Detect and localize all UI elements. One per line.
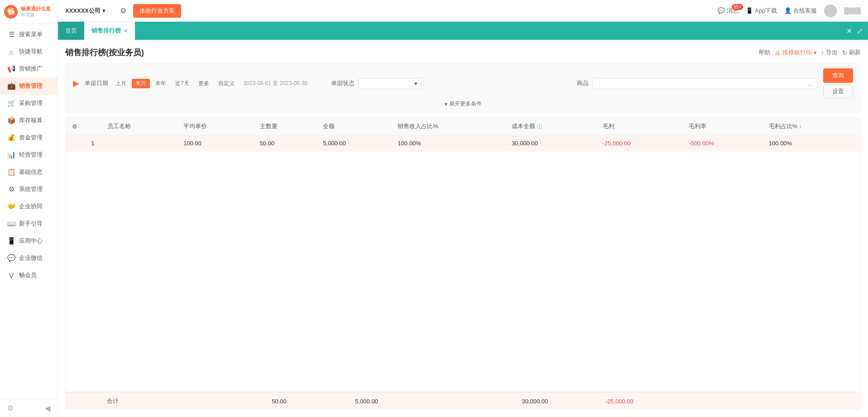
col-name: 员工名称 [102,118,178,135]
row-name [102,135,178,152]
sidebar-gear-icon[interactable]: ⚙ [7,404,14,412]
svg-text:畅: 畅 [7,8,14,15]
col-avg-price: 平均单价 [178,118,254,135]
expand-icon: ▾ [445,101,447,107]
table-body: 1 100.00 50.00 5,000.00 100.00% 30,000.0… [66,135,860,152]
topbar-right: 💬 消息 99+ 📱 App下载 👤 在线客服 ████ [718,5,861,17]
print-dropdown-icon: ▾ [814,49,817,56]
tabbar-close-icon[interactable]: ✕ [846,27,852,35]
tab-sales-ranking-label: 销售排行榜 [91,27,121,35]
topbar-divider [111,6,111,15]
export-label: 导出 [826,48,838,57]
sidebar-nav: ☰搜索菜单⌂快捷导航📢营销推广💼销售管理🛒采购管理📦库存核算💰资金管理📊经营管理… [0,24,58,399]
nav-label-3: 销售管理 [19,82,43,90]
row-gross-pct: 100.00% [763,135,860,152]
sidebar-item-3[interactable]: 💼销售管理 [0,77,58,95]
sidebar-item-2[interactable]: 📢营销推广 [0,60,58,77]
refresh-button[interactable]: ↻ 刷新 [842,48,861,57]
col-settings[interactable]: ⚙ [66,118,84,135]
row-amount: 5,000.00 [317,135,392,152]
nav-icon-3: 💼 [7,82,15,90]
expand-button[interactable]: ▾ 展开更多条件 [445,100,482,108]
nav-label-1: 快捷导航 [19,48,43,56]
sidebar-item-9[interactable]: ⚙系统管理 [0,181,58,198]
sidebar-item-14[interactable]: V畅会员 [0,267,58,284]
service-icon: 👤 [784,7,791,14]
goods-label: 商品 [577,79,589,87]
date-tab-this-month[interactable]: 本月 [132,79,150,88]
filter-bar: ▶ 单据日期 上月 本月 本年 近7天 更多 自定义 2023-06-01 至 … [65,63,861,113]
refresh-icon: ↻ [842,49,847,56]
sidebar-item-11[interactable]: 📖新手引导 [0,215,58,232]
trial-button[interactable]: 体验行业方案 [133,4,181,18]
sidebar-collapse-icon[interactable]: ◀ [45,404,50,412]
tab-close-icon[interactable]: ✕ [124,28,128,34]
goods-more-icon: … [808,80,814,87]
sidebar-logo: 畅 畅康通好生意 标准版 [0,0,58,24]
footer-label: 合计 [107,397,188,405]
app-download-button[interactable]: 📱 App下载 [746,7,777,15]
export-button[interactable]: ↑ 导出 [821,48,838,57]
nav-icon-7: 📊 [7,151,15,159]
col-gross-pct: 毛利占比% ↕ [763,118,860,135]
date-tab-last-month[interactable]: 上月 [112,79,130,88]
sidebar: 畅 畅康通好生意 标准版 ☰搜索菜单⌂快捷导航📢营销推广💼销售管理🛒采购管理📦库… [0,0,58,417]
col-gross-rate: 毛利率 [683,118,763,135]
sidebar-item-5[interactable]: 📦库存核算 [0,112,58,129]
query-button[interactable]: 查询 [823,68,853,83]
app-name: 畅康通好生意 [21,5,51,12]
nav-label-12: 应用中心 [19,237,43,245]
online-service-button[interactable]: 👤 在线客服 [784,7,817,15]
nav-label-14: 畅会员 [19,271,37,279]
sidebar-item-0[interactable]: ☰搜索菜单 [0,26,58,43]
date-tabs: 上月 本月 本年 近7天 更多 自定义 [112,79,238,88]
filter-collapse-btn[interactable]: ▶ [73,78,79,88]
date-tab-this-year[interactable]: 本年 [152,79,170,88]
date-tab-custom[interactable]: 自定义 [215,79,238,88]
topbar-settings-button[interactable]: ⚙ [117,5,129,17]
expand-label: 展开更多条件 [449,100,482,108]
company-selector[interactable]: XXXXXX公司 ▾ [65,7,106,15]
date-range: 2023-06-01 至 2023-06-30 [244,80,307,87]
nav-icon-13: 💬 [7,254,15,262]
sidebar-item-13[interactable]: 💬企业微信 [0,249,58,267]
status-select[interactable]: ▾ [358,78,422,89]
main-area: XXXXXX公司 ▾ ⚙ 体验行业方案 💬 消息 99+ 📱 App下载 👤 在… [58,0,868,417]
settings-side-button[interactable]: 设置 [823,85,853,98]
nav-label-2: 营销推广 [19,65,43,73]
date-tab-7days[interactable]: 近7天 [172,79,193,88]
tabbar-expand-icon[interactable]: ⤢ [857,27,863,35]
company-dropdown-icon: ▾ [102,7,106,14]
nav-label-11: 新手引导 [19,220,43,228]
row-gross-rate: -500.00% [683,135,763,152]
nav-icon-4: 🛒 [7,99,15,107]
row-rank: 1 [84,135,102,152]
sidebar-item-1[interactable]: ⌂快捷导航 [0,43,58,60]
filter-row: ▶ 单据日期 上月 本月 本年 近7天 更多 自定义 2023-06-01 至 … [73,68,853,98]
date-tab-more[interactable]: 更多 [195,79,213,88]
sidebar-item-6[interactable]: 💰资金管理 [0,129,58,146]
sidebar-item-4[interactable]: 🛒采购管理 [0,95,58,112]
page-title: 销售排行榜(按业务员) [65,47,144,58]
goods-select[interactable]: … [592,78,818,89]
page-header: 销售排行榜(按业务员) 帮助 🖨 按模板打印 ▾ ↑ 导出 ↻ 刷新 [65,47,861,58]
col-qty: 主数量 [254,118,318,135]
col-rank [84,118,102,135]
nav-label-9: 系统管理 [19,185,43,193]
col-amount: 全额 [317,118,392,135]
tab-sales-ranking[interactable]: 销售排行榜 ✕ [84,22,135,40]
nav-icon-2: 📢 [7,65,15,73]
sidebar-item-8[interactable]: 📋基础信息 [0,163,58,181]
tab-home[interactable]: 首页 [58,22,84,40]
user-avatar[interactable] [824,5,837,17]
print-button[interactable]: 🖨 按模板打印 ▾ [775,48,817,57]
download-icon: 📱 [746,7,753,14]
sidebar-item-10[interactable]: 🤝企业协同 [0,198,58,215]
message-button[interactable]: 💬 消息 99+ [718,7,739,15]
sidebar-item-7[interactable]: 📊经营管理 [0,146,58,163]
nav-icon-5: 📦 [7,116,15,125]
row-settings[interactable] [66,135,84,152]
app-logo-icon: 畅 [4,5,18,19]
help-button[interactable]: 帮助 [758,48,770,57]
sidebar-item-12[interactable]: 📱应用中心 [0,232,58,249]
